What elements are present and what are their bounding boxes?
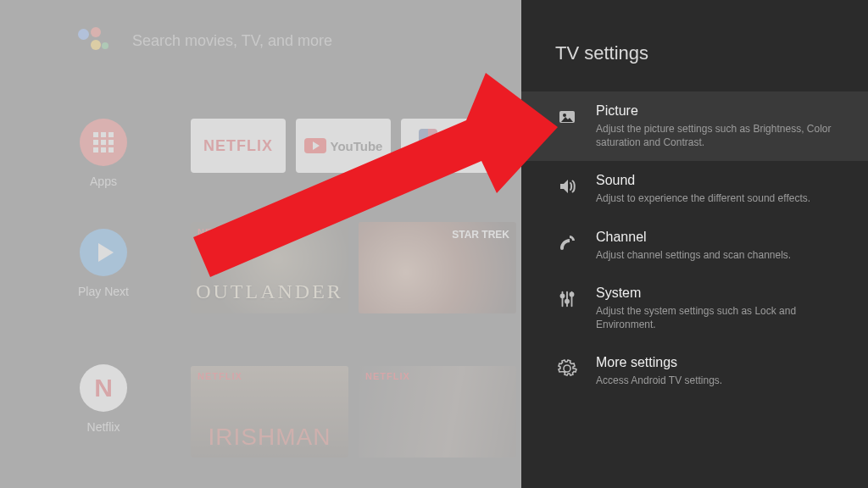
- system-icon: [555, 287, 579, 311]
- poster-tag: NETFLIX: [198, 371, 242, 381]
- settings-item-label: Sound: [596, 173, 849, 188]
- settings-item-picture[interactable]: Picture Adjust the picture settings such…: [521, 92, 868, 161]
- poster-generic[interactable]: NETFLIX: [359, 366, 516, 458]
- poster-title: STAR TREK: [452, 229, 509, 241]
- play-icon: [80, 229, 127, 276]
- rail-apps-label: Apps: [90, 175, 117, 188]
- svg-point-8: [570, 292, 573, 296]
- home-screen: Search movies, TV, and more Apps Play Ne…: [0, 0, 521, 488]
- assistant-icon: [76, 25, 107, 56]
- app-tile-nba-label: NBA: [441, 136, 477, 156]
- settings-list: Picture Adjust the picture settings such…: [521, 92, 868, 399]
- settings-item-sound[interactable]: Sound Adjust to experience the different…: [521, 161, 868, 217]
- poster-title: OUTLANDER: [191, 280, 348, 303]
- settings-item-more[interactable]: More settings Access Android TV settings…: [521, 343, 868, 399]
- settings-item-channel[interactable]: Channel Adjust channel settings and scan…: [521, 218, 868, 274]
- netflix-icon: N: [80, 364, 127, 412]
- channel-icon: [555, 231, 579, 255]
- poster-tag: NETFLIX: [365, 371, 410, 381]
- rail-apps[interactable]: Apps: [76, 119, 131, 188]
- app-tile-youtube-label: YouTube: [331, 139, 383, 153]
- settings-item-label: Channel: [596, 230, 849, 245]
- search-row[interactable]: Search movies, TV, and more: [76, 25, 332, 56]
- svg-point-1: [563, 114, 566, 117]
- settings-item-label: System: [596, 286, 849, 301]
- settings-item-label: More settings: [596, 355, 849, 370]
- settings-item-desc: Adjust to experience the different sound…: [596, 191, 849, 205]
- app-tile-netflix-label: NETFLIX: [203, 137, 273, 155]
- settings-item-desc: Adjust channel settings and scan channel…: [596, 248, 849, 262]
- youtube-icon: [304, 138, 326, 153]
- picture-icon: [555, 105, 579, 129]
- app-tile-nba[interactable]: NBA: [401, 119, 496, 173]
- rail-playnext-label: Play Next: [78, 285, 129, 298]
- app-tile-youtube[interactable]: YouTube: [296, 119, 391, 173]
- settings-item-desc: Adjust the system settings such as Lock …: [596, 304, 849, 331]
- poster-outlander[interactable]: NETFLIX OUTLANDER: [191, 222, 348, 313]
- app-tile-netflix[interactable]: NETFLIX: [191, 119, 286, 173]
- gear-icon: [555, 357, 579, 380]
- settings-item-system[interactable]: System Adjust the system settings such a…: [521, 274, 868, 343]
- app-tiles-row: NETFLIX YouTube NBA: [191, 119, 496, 173]
- play-next-row: NETFLIX OUTLANDER STAR TREK: [191, 222, 516, 313]
- tv-settings-panel: TV settings Picture Adjust the picture s…: [521, 0, 868, 488]
- settings-item-desc: Adjust the picture settings such as Brig…: [596, 122, 849, 149]
- poster-irishman[interactable]: NETFLIX IRISHMAN: [191, 366, 348, 458]
- sound-icon: [555, 175, 579, 198]
- settings-item-label: Picture: [596, 103, 849, 119]
- poster-star-trek[interactable]: STAR TREK: [359, 222, 516, 313]
- poster-tag: NETFLIX: [198, 227, 242, 237]
- svg-point-7: [565, 299, 569, 302]
- rail-netflix-label: Netflix: [87, 420, 120, 434]
- apps-icon: [80, 119, 127, 166]
- search-placeholder: Search movies, TV, and more: [132, 32, 332, 50]
- rail-play-next[interactable]: Play Next: [76, 229, 131, 298]
- panel-title: TV settings: [555, 42, 648, 64]
- svg-point-6: [560, 294, 564, 297]
- settings-item-desc: Access Android TV settings.: [596, 374, 849, 387]
- rail-netflix[interactable]: N Netflix: [76, 364, 131, 434]
- poster-title: IRISHMAN: [191, 424, 348, 451]
- svg-point-2: [560, 247, 564, 250]
- nba-icon: [419, 129, 437, 163]
